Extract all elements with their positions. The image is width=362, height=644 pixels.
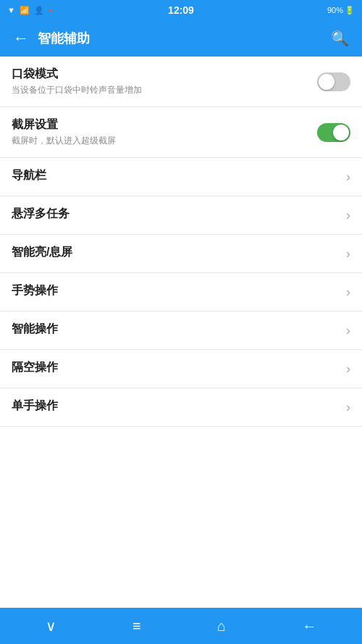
nav-back[interactable]: ← <box>290 612 328 640</box>
page-title: 智能辅助 <box>38 30 325 47</box>
chevron-air-ops: › <box>346 361 350 377</box>
settings-item-screenshot-settings[interactable]: 截屏设置截屏时，默认进入超级截屏 <box>0 107 362 158</box>
search-button[interactable]: 🔍 <box>325 24 355 53</box>
settings-item-navigation-bar[interactable]: 导航栏› <box>0 158 362 196</box>
settings-item-onehand-ops[interactable]: 单手操作› <box>0 388 362 427</box>
settings-item-content-onehand-ops: 单手操作 <box>12 398 339 416</box>
settings-item-title-floating-multitask: 悬浮多任务 <box>12 206 339 222</box>
settings-item-content-smart-screen: 智能亮/息屏 <box>12 245 339 262</box>
nav-chevron-down[interactable]: ∨ <box>34 611 68 640</box>
settings-item-title-smart-ops: 智能操作 <box>12 322 339 337</box>
settings-item-desc-screenshot-settings: 截屏时，默认进入超级截屏 <box>12 135 310 147</box>
chevron-floating-multitask: › <box>346 208 350 223</box>
settings-item-title-air-ops: 隔空操作 <box>12 360 339 375</box>
toggle-knob-screenshot-settings <box>333 125 349 141</box>
toggle-pocket-mode[interactable] <box>317 72 350 91</box>
notification-dot: ● <box>49 7 52 14</box>
settings-item-title-screenshot-settings: 截屏设置 <box>12 117 310 133</box>
chevron-smart-ops: › <box>346 323 350 338</box>
settings-item-smart-ops[interactable]: 智能操作› <box>0 311 362 350</box>
chevron-gesture-ops: › <box>346 285 350 300</box>
settings-item-air-ops[interactable]: 隔空操作› <box>0 350 362 388</box>
settings-item-content-smart-ops: 智能操作 <box>12 322 339 339</box>
status-icons-right: 90% 🔋 <box>327 6 355 15</box>
chevron-navigation-bar: › <box>346 170 350 185</box>
settings-item-content-gesture-ops: 手势操作 <box>12 283 339 301</box>
settings-item-content-air-ops: 隔空操作 <box>12 360 339 377</box>
toggle-knob-pocket-mode <box>319 74 334 90</box>
battery-icon: 90% 🔋 <box>327 6 355 15</box>
back-button[interactable]: ← <box>7 23 35 54</box>
settings-item-title-onehand-ops: 单手操作 <box>12 398 339 414</box>
settings-item-smart-screen[interactable]: 智能亮/息屏› <box>0 235 362 273</box>
settings-item-content-screenshot-settings: 截屏设置截屏时，默认进入超级截屏 <box>12 117 310 147</box>
chevron-smart-screen: › <box>346 246 350 262</box>
status-bar: ▼ 📶 👤 ● 12:09 90% 🔋 <box>0 0 362 20</box>
wifi-icon: ▼ <box>7 6 15 14</box>
settings-item-title-gesture-ops: 手势操作 <box>12 283 339 298</box>
settings-item-floating-multitask[interactable]: 悬浮多任务› <box>0 196 362 235</box>
header-bar: ← 智能辅助 🔍 <box>0 20 362 57</box>
settings-item-content-floating-multitask: 悬浮多任务 <box>12 206 339 224</box>
settings-item-title-pocket-mode: 口袋模式 <box>12 67 310 82</box>
nav-menu[interactable]: ≡ <box>121 612 153 640</box>
settings-item-title-smart-screen: 智能亮/息屏 <box>12 245 339 260</box>
status-icons-left: ▼ 📶 👤 ● <box>7 6 52 15</box>
toggle-screenshot-settings[interactable] <box>317 123 350 142</box>
chevron-onehand-ops: › <box>346 400 350 415</box>
nav-home[interactable]: ⌂ <box>206 612 237 640</box>
settings-item-desc-pocket-mode: 当设备位于口袋中时铃声音量增加 <box>12 84 310 96</box>
settings-item-gesture-ops[interactable]: 手势操作› <box>0 273 362 311</box>
bottom-nav: ∨ ≡ ⌂ ← <box>0 608 362 644</box>
settings-list: 口袋模式当设备位于口袋中时铃声音量增加截屏设置截屏时，默认进入超级截屏导航栏›悬… <box>0 57 362 608</box>
status-time: 12:09 <box>168 4 194 16</box>
user-icon: 👤 <box>34 6 44 15</box>
signal-icon: 📶 <box>20 6 30 15</box>
settings-item-title-navigation-bar: 导航栏 <box>12 168 339 183</box>
settings-item-content-navigation-bar: 导航栏 <box>12 168 339 185</box>
settings-item-pocket-mode[interactable]: 口袋模式当设备位于口袋中时铃声音量增加 <box>0 57 362 107</box>
settings-item-content-pocket-mode: 口袋模式当设备位于口袋中时铃声音量增加 <box>12 67 310 96</box>
